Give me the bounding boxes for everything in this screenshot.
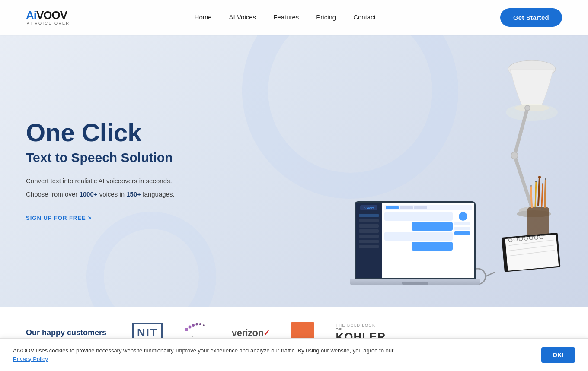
svg-point-16 bbox=[530, 185, 532, 187]
svg-point-0 bbox=[508, 60, 556, 78]
svg-line-14 bbox=[542, 184, 543, 206]
svg-point-2 bbox=[506, 104, 558, 121]
lamp-svg bbox=[294, 35, 588, 307]
svg-line-15 bbox=[545, 179, 546, 207]
svg-point-38 bbox=[185, 328, 188, 331]
svg-rect-8 bbox=[527, 207, 541, 212]
svg-point-27 bbox=[514, 238, 518, 241]
svg-line-25 bbox=[509, 250, 555, 256]
hero-desc-mid: voices in bbox=[98, 190, 127, 198]
svg-point-18 bbox=[538, 176, 541, 178]
nav-ai-voices[interactable]: AI Voices bbox=[229, 13, 256, 21]
hero-desc-2: Choose from over 1000+ voices in 150+ la… bbox=[26, 189, 175, 200]
svg-point-7 bbox=[519, 206, 549, 215]
logo[interactable]: AiVOOV AI VOICE OVER bbox=[26, 10, 70, 25]
hero-title: One Click bbox=[26, 120, 175, 146]
svg-point-39 bbox=[188, 326, 191, 329]
svg-point-6 bbox=[525, 105, 530, 111]
svg-point-28 bbox=[519, 237, 523, 241]
laptop-screen: AiVOOV bbox=[355, 201, 476, 279]
svg-point-29 bbox=[524, 237, 528, 241]
svg-line-37 bbox=[486, 272, 495, 276]
hero-desc-post: languages. bbox=[141, 190, 175, 198]
nav-links: Home AI Voices Features Pricing Contact bbox=[195, 13, 376, 21]
svg-point-40 bbox=[192, 324, 195, 327]
nav-home[interactable]: Home bbox=[195, 13, 212, 21]
nav-features[interactable]: Features bbox=[273, 13, 299, 21]
svg-point-30 bbox=[529, 236, 533, 240]
svg-line-24 bbox=[509, 245, 554, 251]
laptop-illustration: AiVOOV bbox=[350, 201, 480, 285]
cookie-banner: AiVOOV uses cookies to provide necessary… bbox=[0, 338, 588, 371]
hero-section: One Click Text to Speech Solution Conver… bbox=[0, 35, 588, 307]
svg-rect-22 bbox=[505, 235, 559, 271]
logo-voov: VOOV bbox=[36, 9, 67, 22]
svg-point-5 bbox=[511, 152, 518, 159]
svg-rect-21 bbox=[502, 233, 560, 272]
svg-line-4 bbox=[514, 155, 532, 207]
svg-point-9 bbox=[517, 210, 551, 217]
navbar: AiVOOV AI VOICE OVER Home AI Voices Feat… bbox=[0, 0, 588, 35]
signup-link[interactable]: SIGN UP FOR FREE > bbox=[26, 215, 92, 221]
svg-point-34 bbox=[470, 269, 486, 284]
svg-line-36 bbox=[437, 272, 445, 276]
svg-line-13 bbox=[538, 177, 540, 205]
svg-point-41 bbox=[195, 323, 198, 326]
svg-line-3 bbox=[514, 108, 527, 155]
nav-contact[interactable]: Contact bbox=[353, 13, 376, 21]
svg-point-26 bbox=[508, 238, 512, 242]
svg-point-20 bbox=[545, 178, 546, 180]
svg-point-17 bbox=[535, 181, 537, 182]
svg-point-42 bbox=[199, 323, 201, 325]
customers-title: Our happy customers bbox=[26, 328, 106, 338]
hero-desc-pre: Choose from over bbox=[26, 190, 79, 198]
svg-rect-10 bbox=[527, 207, 549, 238]
cookie-message: AiVOOV uses cookies to provide necessary… bbox=[13, 347, 393, 354]
hero-desc-1: Convert text into realistic AI voiceover… bbox=[26, 175, 175, 187]
svg-line-11 bbox=[531, 186, 532, 207]
svg-point-33 bbox=[451, 269, 466, 284]
logo-verizon: verizon✓ bbox=[232, 327, 270, 339]
cookie-ok-button[interactable]: OK! bbox=[541, 347, 575, 363]
svg-line-23 bbox=[508, 240, 554, 245]
svg-point-19 bbox=[542, 183, 543, 184]
get-started-button[interactable]: Get Started bbox=[500, 8, 562, 27]
logo-tagline: AI VOICE OVER bbox=[27, 22, 70, 25]
hero-langs-count: 150+ bbox=[126, 190, 141, 198]
privacy-policy-link[interactable]: Privacy Policy bbox=[13, 356, 48, 362]
hero-content: One Click Text to Speech Solution Conver… bbox=[0, 85, 201, 256]
svg-point-32 bbox=[540, 235, 543, 239]
svg-point-31 bbox=[534, 236, 538, 240]
svg-point-43 bbox=[203, 324, 205, 326]
hero-illustration: AiVOOV bbox=[294, 35, 588, 307]
logo-ai: Ai bbox=[26, 9, 36, 22]
hero-voices-count: 1000+ bbox=[79, 190, 97, 198]
svg-point-1 bbox=[514, 105, 549, 111]
cookie-text: AiVOOV uses cookies to provide necessary… bbox=[13, 346, 402, 363]
nav-pricing[interactable]: Pricing bbox=[316, 13, 336, 21]
svg-line-12 bbox=[535, 181, 536, 206]
hero-subtitle: Text to Speech Solution bbox=[26, 150, 175, 165]
